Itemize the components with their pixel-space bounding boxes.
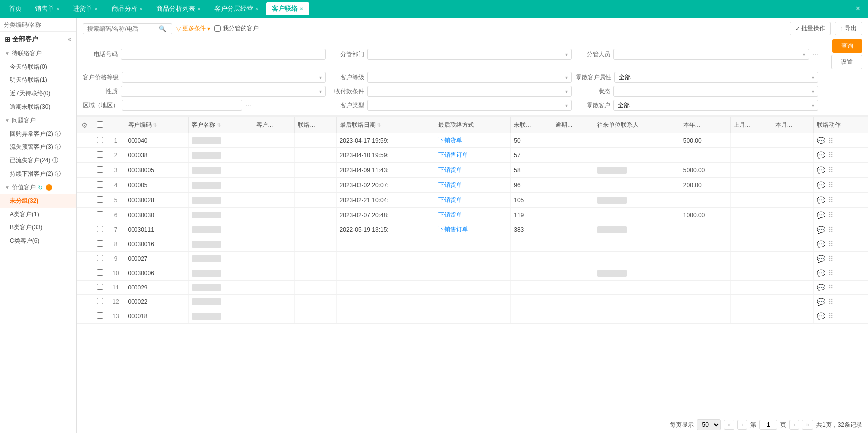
sidebar-item-churn-warning[interactable]: 流失预警客户(3) ⓘ (0, 141, 76, 154)
more-icon[interactable]: ⠿ (828, 226, 833, 234)
comment-icon[interactable]: 💬 (817, 298, 825, 306)
sidebar-item-repurchase-abnormal[interactable]: 回购异常客户(2) ⓘ (0, 127, 76, 141)
comment-icon[interactable]: 💬 (817, 226, 825, 234)
row-checkbox[interactable] (97, 226, 103, 232)
retail-customer-select[interactable]: 全部 (613, 100, 818, 111)
more-icon[interactable]: ⠿ (828, 298, 833, 306)
batch-op-button[interactable]: ✓ 批量操作 (790, 22, 831, 35)
next-page-button[interactable]: › (789, 420, 799, 430)
last-page-button[interactable]: » (802, 420, 813, 430)
manager-select[interactable] (613, 49, 809, 60)
comment-icon[interactable]: 💬 (817, 240, 825, 248)
th-last-contact-date[interactable]: 最后联络日期 (336, 117, 435, 133)
last-contact-method-link[interactable]: 下销货单 (438, 211, 462, 218)
last-contact-method-link[interactable]: 下销货单 (438, 137, 462, 144)
close-customer-contact-tab[interactable]: × (300, 6, 303, 12)
more-icon[interactable]: ⠿ (828, 255, 833, 263)
more-icon[interactable]: ⠿ (828, 181, 833, 189)
sidebar-all-customers[interactable]: ⊞ 全部客户 « (0, 32, 76, 47)
comment-icon[interactable]: 💬 (817, 255, 825, 263)
close-product-analysis-tab[interactable]: × (139, 6, 142, 12)
department-select[interactable] (367, 49, 572, 60)
more-icon[interactable]: ⠿ (828, 196, 833, 204)
last-contact-method-link[interactable]: 下销货单 (438, 181, 462, 188)
row-checkbox[interactable] (97, 137, 103, 143)
tab-customer-segment[interactable]: 客户分层经营 × (208, 2, 264, 15)
sidebar-item-7days-waiting[interactable]: 近7天待联络(0) (0, 87, 76, 100)
first-page-button[interactable]: « (724, 420, 735, 430)
comment-icon[interactable]: 💬 (817, 269, 825, 277)
comment-icon[interactable]: 💬 (817, 181, 825, 189)
prev-page-button[interactable]: ‹ (737, 420, 747, 430)
page-number-input[interactable] (759, 420, 777, 430)
tab-product-analysis[interactable]: 商品分析 × (106, 2, 148, 15)
sidebar-item-class-c[interactable]: C类客户(6) (0, 234, 76, 248)
th-name[interactable]: 客户名称 (188, 117, 253, 133)
phone-input[interactable] (121, 49, 326, 60)
sidebar-collapse-icon[interactable]: « (68, 36, 71, 43)
sidebar-item-class-a[interactable]: A类客户(1) (0, 208, 76, 221)
sidebar-item-lost-customer[interactable]: 已流失客户(24) ⓘ (0, 154, 76, 167)
settings-icon[interactable]: ⚙ (81, 121, 88, 129)
retail-attr-select[interactable]: 全部 (614, 72, 818, 83)
query-button[interactable]: 查询 (832, 39, 862, 53)
row-checkbox[interactable] (97, 166, 103, 173)
last-contact-method-link[interactable]: 下销货单 (438, 196, 462, 203)
sidebar-item-overdue-waiting[interactable]: 逾期未联络(30) (0, 100, 76, 114)
manager-more-icon[interactable]: ··· (812, 50, 818, 58)
row-checkbox[interactable] (97, 240, 103, 247)
status-select[interactable] (613, 86, 818, 97)
tab-purchase[interactable]: 进货单 × (67, 2, 103, 15)
comment-icon[interactable]: 💬 (817, 211, 825, 219)
select-all-checkbox[interactable] (97, 121, 103, 128)
comment-icon[interactable]: 💬 (817, 166, 825, 174)
row-checkbox[interactable] (97, 181, 103, 188)
sidebar-item-class-b[interactable]: B类客户(33) (0, 221, 76, 234)
row-checkbox[interactable] (97, 312, 103, 319)
row-checkbox[interactable] (97, 211, 103, 217)
close-customer-segment-tab[interactable]: × (255, 6, 258, 12)
more-icon[interactable]: ⠿ (828, 151, 833, 159)
row-checkbox[interactable] (97, 255, 103, 261)
comment-icon[interactable]: 💬 (817, 137, 825, 144)
home-tab[interactable]: 首页 (4, 2, 27, 15)
sidebar-item-declining-customer[interactable]: 持续下滑客户(2) ⓘ (0, 167, 76, 181)
tab-product-analysis-list[interactable]: 商品分析列表 × (150, 2, 206, 15)
my-customers-checkbox[interactable] (214, 25, 221, 32)
close-purchase-tab[interactable]: × (94, 6, 97, 12)
row-checkbox[interactable] (97, 269, 103, 276)
sidebar-group-waiting[interactable]: ▼ 待联络客户 (0, 47, 76, 60)
comment-icon[interactable]: 💬 (817, 312, 825, 320)
comment-icon[interactable]: 💬 (817, 284, 825, 291)
sidebar-group-value[interactable]: ▼ 价值客户 ↻ ! (0, 181, 76, 194)
comment-icon[interactable]: 💬 (817, 151, 825, 159)
filter-search-input[interactable] (87, 25, 157, 32)
more-icon[interactable]: ⠿ (828, 284, 833, 291)
row-checkbox[interactable] (97, 284, 103, 290)
th-settings[interactable]: ⚙ (77, 117, 93, 133)
reset-button[interactable]: 设置 (831, 55, 862, 69)
filter-more-conditions-btn[interactable]: ▽ 更多条件 ▾ (176, 24, 210, 33)
close-product-analysis-list-tab[interactable]: × (197, 6, 200, 12)
sidebar-group-problem[interactable]: ▼ 问题客户 (0, 114, 76, 127)
export-button[interactable]: ↑ 导出 (835, 22, 862, 35)
more-icon[interactable]: ⠿ (828, 166, 833, 174)
last-contact-method-link[interactable]: 下销售订单 (438, 151, 468, 158)
last-contact-method-link[interactable]: 下销货单 (438, 166, 462, 173)
tab-sales[interactable]: 销售单 × (29, 2, 65, 15)
tab-customer-contact[interactable]: 客户联络 × (266, 2, 309, 15)
row-checkbox[interactable] (97, 196, 103, 203)
customer-level-select[interactable] (367, 72, 572, 83)
comment-icon[interactable]: 💬 (817, 196, 825, 204)
th-code[interactable]: 客户编码 (125, 117, 188, 133)
row-checkbox[interactable] (97, 151, 103, 158)
customer-type-select[interactable] (367, 100, 572, 111)
more-icon[interactable]: ⠿ (828, 240, 833, 248)
sidebar-item-ungroup[interactable]: 未分组(32) (0, 194, 76, 208)
nature-select[interactable] (121, 86, 326, 97)
row-checkbox[interactable] (97, 298, 103, 304)
close-sales-tab[interactable]: × (56, 6, 59, 12)
area-more-icon[interactable]: ··· (245, 101, 251, 109)
more-icon[interactable]: ⠿ (828, 137, 833, 144)
sidebar-item-today-waiting[interactable]: 今天待联络(0) (0, 60, 76, 73)
